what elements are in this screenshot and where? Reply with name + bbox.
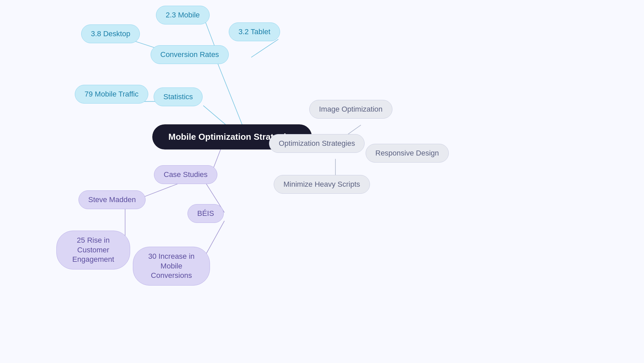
optimization-strategies-node: Optimization Strategies — [269, 134, 365, 153]
svg-line-3 — [251, 39, 278, 57]
rise-customer-node: 25 Rise in Customer Engagement — [56, 231, 130, 269]
image-optimization-node: Image Optimization — [309, 100, 392, 119]
steve-madden-node: Steve Madden — [78, 190, 146, 209]
svg-line-10 — [205, 221, 224, 255]
mobile-traffic-node: 79 Mobile Traffic — [75, 85, 148, 104]
desktop-38-node: 3.8 Desktop — [81, 24, 140, 43]
statistics-node: Statistics — [154, 87, 203, 106]
svg-line-7 — [139, 182, 182, 199]
responsive-design-node: Responsive Design — [366, 144, 449, 163]
beis-node: BÉIS — [187, 204, 224, 223]
conversion-rates-node: Conversion Rates — [151, 45, 229, 64]
minimize-scripts-node: Minimize Heavy Scripts — [274, 175, 370, 194]
mobile-23-node: 2.3 Mobile — [156, 6, 210, 24]
case-studies-node: Case Studies — [154, 165, 217, 184]
increase-mobile-node: 30 Increase in Mobile Conversions — [133, 247, 210, 286]
tablet-32-node: 3.2 Tablet — [229, 22, 280, 41]
